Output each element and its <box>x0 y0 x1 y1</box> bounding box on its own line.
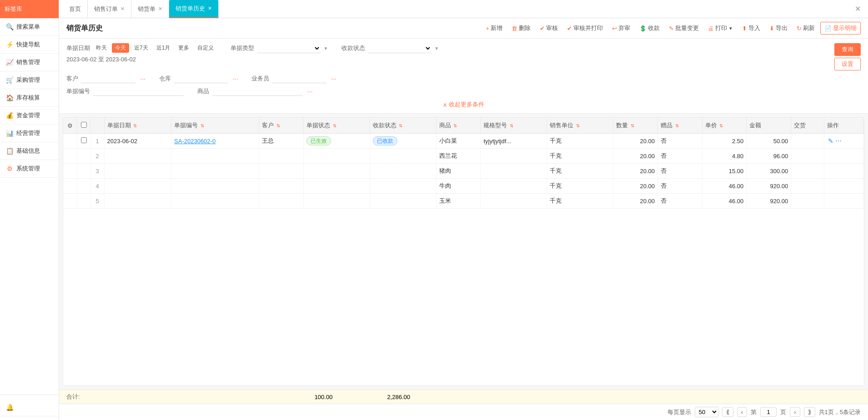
sidebar-item-sys-mgmt[interactable]: ⚙ 系统管理 <box>0 160 59 178</box>
approve-print-button[interactable]: ✔ 审核并打印 <box>563 22 607 34</box>
date-7days[interactable]: 近7天 <box>131 43 151 53</box>
col-price[interactable]: 单价 ⇅ <box>702 118 747 134</box>
col-gift[interactable]: 赠品 ⇅ <box>658 118 702 134</box>
row-num: 5 <box>90 194 104 209</box>
tab-close-sales-goods[interactable]: ✕ <box>158 6 162 12</box>
last-page-btn[interactable]: ⟫ <box>804 407 815 417</box>
staff-more-icon[interactable]: ··· <box>331 75 336 82</box>
page-text: 第 <box>751 408 757 416</box>
tab-close-sales-history[interactable]: ✕ <box>208 5 212 11</box>
col-settings[interactable]: ⚙ <box>63 118 77 134</box>
sidebar-top: 标签库 <box>0 0 59 18</box>
date-1month[interactable]: 近1月 <box>153 43 174 53</box>
collect-status-select[interactable] <box>368 43 431 53</box>
page-input[interactable] <box>760 407 777 417</box>
sidebar-item-quick-nav[interactable]: ⚡ 快捷导航 <box>0 36 59 54</box>
new-button[interactable]: + 新增 <box>482 22 507 34</box>
collect-chevron: ▼ <box>434 46 439 51</box>
row-doc-status: 已生效 <box>303 134 370 149</box>
sidebar-item-fund-mgmt[interactable]: 💰 资金管理 <box>0 107 59 125</box>
col-doc-no[interactable]: 单据编号 ⇅ <box>171 118 259 134</box>
collect-icon: 💲 <box>639 25 647 32</box>
row-gift: 否 <box>658 179 702 194</box>
prev-page-btn[interactable]: ‹ <box>737 407 747 417</box>
sidebar-item-ops-mgmt[interactable]: 📊 经营管理 <box>0 125 59 142</box>
warehouse-input[interactable] <box>174 74 228 83</box>
row-trade <box>791 179 824 194</box>
collect-status-filter: 收款状态 ▼ <box>341 43 439 53</box>
row-qty: 20.00 <box>613 149 658 164</box>
abandon-button[interactable]: ↩ 弃审 <box>608 22 634 34</box>
select-all-checkbox[interactable] <box>81 122 87 128</box>
row-doc-no[interactable]: SA-20230602-0 <box>171 134 259 149</box>
tab-sales-goods[interactable]: 销货单 ✕ <box>131 0 169 18</box>
row-date <box>104 149 171 164</box>
collect-button[interactable]: 💲 收款 <box>636 22 663 34</box>
col-customer[interactable]: 客户 ⇅ <box>259 118 304 134</box>
staff-input[interactable] <box>272 74 326 83</box>
doc-type-filter: 单据类型 ▼ <box>231 43 328 53</box>
row-price: 4.80 <box>702 149 747 164</box>
date-custom[interactable]: 自定义 <box>194 43 217 53</box>
tab-close-sales-order[interactable]: ✕ <box>120 6 125 12</box>
sidebar-item-inventory-calc[interactable]: 🏠 库存核算 <box>0 89 59 107</box>
col-collect-status[interactable]: 收款状态 ⇅ <box>370 118 436 134</box>
show-detail-button[interactable]: 📄 显示明细 <box>820 22 861 35</box>
refresh-button[interactable]: ↻ 刷新 <box>793 22 818 34</box>
page-header: 销货单历史 + 新增 🗑 删除 ✔ 审核 ✔ 审核并打印 <box>59 18 868 39</box>
row-amount: 300.00 <box>747 164 791 179</box>
sidebar-bottom-item1[interactable]: 🔔 <box>0 399 59 416</box>
doc-no-link[interactable]: SA-20230602-0 <box>174 138 216 145</box>
row-gift: 否 <box>658 164 702 179</box>
row-doc-no[interactable] <box>171 179 259 194</box>
doc-no-input[interactable] <box>93 87 184 96</box>
batch-change-button[interactable]: ✎ 批量变更 <box>665 22 702 34</box>
next-page-btn[interactable]: › <box>790 407 800 417</box>
warehouse-more-icon[interactable]: ··· <box>233 75 238 82</box>
row-checkbox-cell <box>77 149 90 164</box>
more-action-btn[interactable]: ⋯ <box>835 137 842 145</box>
query-button[interactable]: 查询 <box>834 43 861 56</box>
row-gift: 否 <box>658 134 702 149</box>
row-doc-no[interactable] <box>171 194 259 209</box>
row-checkbox[interactable] <box>81 137 87 143</box>
sidebar: 标签库 🔍 搜索菜单 ⚡ 快捷导航 📈 销售管理 🛒 采购管理 🏠 库存核算 💰… <box>0 0 59 420</box>
col-unit[interactable]: 销售单位 ⇅ <box>547 118 613 134</box>
close-all-tabs[interactable]: ✕ <box>851 5 864 13</box>
doc-type-select[interactable] <box>257 43 321 53</box>
sidebar-item-sales-mgmt[interactable]: 📈 销售管理 <box>0 54 59 71</box>
date-more[interactable]: 更多 <box>175 43 192 53</box>
col-goods[interactable]: 商品 ⇅ <box>436 118 481 134</box>
collapse-btn[interactable]: ∧ 收起更多条件 <box>443 100 484 109</box>
print-chevron-icon: ▼ <box>728 26 733 31</box>
approve-button[interactable]: ✔ 审核 <box>536 22 562 34</box>
first-page-btn[interactable]: ⟪ <box>722 407 733 417</box>
row-doc-no[interactable] <box>171 149 259 164</box>
export-button[interactable]: ⬇ 导出 <box>766 22 791 34</box>
customer-more-icon[interactable]: ··· <box>140 75 146 82</box>
filter-settings-button[interactable]: 设置 <box>834 58 861 70</box>
sidebar-item-basic-info[interactable]: 📋 基础信息 <box>0 142 59 160</box>
goods-more-icon[interactable]: ··· <box>307 88 313 95</box>
date-today[interactable]: 今天 <box>112 43 129 53</box>
tab-sales-order[interactable]: 销售订单 ✕ <box>88 0 131 18</box>
print-button[interactable]: 🖨 打印 ▼ <box>704 22 737 34</box>
row-doc-no[interactable] <box>171 164 259 179</box>
sidebar-item-search-menu[interactable]: 🔍 搜索菜单 <box>0 18 59 36</box>
per-page-select[interactable]: 10 20 50 100 <box>695 407 718 417</box>
customer-input[interactable] <box>81 74 135 83</box>
import-button[interactable]: ⬆ 导入 <box>738 22 764 34</box>
total-amount: 2,286.00 <box>387 394 410 400</box>
col-doc-status[interactable]: 单据状态 ⇅ <box>303 118 370 134</box>
col-spec[interactable]: 规格型号 ⇅ <box>481 118 547 134</box>
delete-button[interactable]: 🗑 删除 <box>508 22 534 34</box>
sidebar-item-purchase-mgmt[interactable]: 🛒 采购管理 <box>0 71 59 89</box>
col-qty[interactable]: 数量 ⇅ <box>613 118 658 134</box>
col-date[interactable]: 单据日期 ⇅ <box>104 118 171 134</box>
row-checkbox-cell <box>77 179 90 194</box>
date-yesterday[interactable]: 昨天 <box>93 43 110 53</box>
edit-action-btn[interactable]: ✎ <box>828 137 833 145</box>
goods-input[interactable] <box>212 87 303 96</box>
tab-home[interactable]: 首页 <box>63 0 88 18</box>
tab-sales-history[interactable]: 销货单历史 ✕ <box>169 0 219 18</box>
